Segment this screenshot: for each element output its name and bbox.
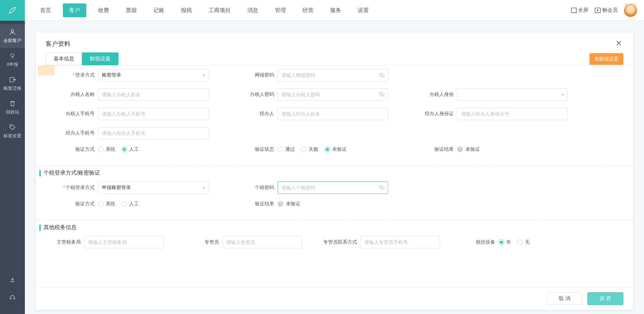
label-verify-method-1: 验证方式 xyxy=(39,146,98,153)
nav-service[interactable]: 服务 xyxy=(322,0,349,21)
sidebar-item-label: 账套迁移 xyxy=(3,86,21,91)
radio-verify-status: 通过 失败 未验证 xyxy=(278,146,347,153)
label-verify-status: 验证状态 xyxy=(219,146,278,153)
select-login-method[interactable]: 账密登录 ▾ xyxy=(98,69,209,81)
sidebar-support[interactable] xyxy=(0,290,25,307)
nav-tax[interactable]: 报税 xyxy=(173,0,200,21)
svg-point-2 xyxy=(11,30,13,32)
eye-off-icon[interactable] xyxy=(376,184,388,192)
migrate-icon xyxy=(9,76,16,84)
label-verify-result-2: 验证结果 xyxy=(219,201,278,207)
input-net-password[interactable] xyxy=(278,69,376,81)
input-tax-password[interactable] xyxy=(278,89,376,100)
save-button[interactable]: 保 存 xyxy=(587,292,623,305)
label-tax-device: 税控设备 xyxy=(454,239,499,245)
nav-tickets[interactable]: 票据 xyxy=(117,0,145,21)
topbar: 首页 客户 收费 票据 记账 报税 工商项目 消息 管理 经营 服务 设置 全屏… xyxy=(0,0,644,21)
select-value: 账密登录 xyxy=(102,72,121,78)
sidebar-item-tags[interactable]: 标签设置 xyxy=(0,119,25,143)
field-tax-bureau: 主管税务局 xyxy=(39,236,177,248)
eye-off-icon[interactable] xyxy=(376,72,388,79)
label-verify-method-2: 验证方式 xyxy=(39,201,98,207)
select-itax-login[interactable]: 申报账密登录 ▾ xyxy=(98,181,209,194)
section-itax: 个税登录方式/账密验证 *个税登录方式 申报账密登录 ▾ 个税密码 xyxy=(36,166,633,220)
radio-pass[interactable]: 通过 xyxy=(278,146,295,153)
sidebar-item-zero-declare[interactable]: 0申报 xyxy=(0,48,25,72)
dialog-title: 客户资料 xyxy=(46,40,614,48)
mascot-avatar[interactable] xyxy=(624,4,637,17)
row-highlight xyxy=(38,66,55,75)
info-icon[interactable]: ? xyxy=(457,147,463,152)
radio-has-device[interactable]: 有 xyxy=(499,239,511,245)
radio-fail[interactable]: 失败 xyxy=(301,146,318,153)
nav-booking[interactable]: 记账 xyxy=(145,0,173,21)
sidebar-item-migrate[interactable]: 账套迁移 xyxy=(0,72,25,96)
section-login: *登录方式 账密登录 ▾ 网报密码 xyxy=(36,66,633,166)
input-tax-bureau[interactable] xyxy=(84,236,164,248)
radio-manual-2[interactable]: 人工 xyxy=(122,201,139,207)
section-title-other: 其他税务信息 xyxy=(39,224,629,231)
sidebar-item-trash[interactable]: 回收站 xyxy=(0,96,25,119)
tab-tax-settings[interactable]: 财税设置 xyxy=(82,52,118,65)
input-tax-phone[interactable] xyxy=(98,108,209,120)
input-handler-phone[interactable] xyxy=(98,127,209,139)
input-handler-id[interactable] xyxy=(457,108,568,120)
nav-msg[interactable]: 消息 xyxy=(239,0,267,21)
nav-charge[interactable]: 收费 xyxy=(90,0,117,21)
label-admin-contact: 专管员联系方式 xyxy=(316,239,361,245)
fullscreen-button[interactable]: 全屏 xyxy=(571,7,588,13)
radio-unverified[interactable]: 未验证 xyxy=(325,146,347,153)
field-handler-phone: 经办人手机号 xyxy=(39,127,219,139)
label-tax-password: 办税人密码 xyxy=(219,91,278,98)
input-admin-contact[interactable] xyxy=(361,236,440,248)
sidebar-item-all-customers[interactable]: 全部客户 xyxy=(0,24,25,48)
label-tax-bureau: 主管税务局 xyxy=(39,239,84,245)
radio-system-2[interactable]: 系统 xyxy=(98,201,115,207)
download-icon xyxy=(9,276,16,284)
nav-customer[interactable]: 客户 xyxy=(63,3,86,17)
info-icon[interactable]: ? xyxy=(278,201,283,207)
input-tax-name[interactable] xyxy=(98,88,209,101)
sidebar-item-label: 0申报 xyxy=(7,62,18,67)
nav-settings[interactable]: 设置 xyxy=(349,0,377,21)
label-tax-identity: 办税人身份 xyxy=(398,91,457,98)
field-tax-device: 税控设备 有 无 xyxy=(454,236,592,248)
nav-operate[interactable]: 经营 xyxy=(294,0,322,21)
field-tax-name: 办税人名称 xyxy=(39,88,219,101)
member-button[interactable]: 畅会员 xyxy=(595,7,618,13)
input-handler[interactable] xyxy=(278,108,388,120)
close-icon xyxy=(616,40,622,46)
radio-no-device[interactable]: 无 xyxy=(517,239,530,245)
svg-point-3 xyxy=(11,54,14,57)
nav-mgmt[interactable]: 管理 xyxy=(267,0,294,21)
label-tax-name: 办税人名称 xyxy=(39,91,98,98)
sidebar-download[interactable] xyxy=(0,272,25,290)
cancel-button[interactable]: 取 消 xyxy=(547,292,583,305)
radio-manual[interactable]: 人工 xyxy=(122,146,139,153)
input-itax-password[interactable] xyxy=(278,182,376,194)
input-wrap-itax-password xyxy=(278,181,388,194)
topnav: 首页 客户 收费 票据 记账 报税 工商项目 消息 管理 经营 服务 设置 xyxy=(25,0,571,21)
eye-off-icon[interactable] xyxy=(376,91,388,98)
boss-settings-button[interactable]: 老板端设置 xyxy=(589,53,623,65)
radio-verify-method-1: 系统 人工 xyxy=(98,146,139,153)
nav-home[interactable]: 首页 xyxy=(32,0,59,21)
input-admin[interactable] xyxy=(222,236,302,248)
input-wrap-tax-password xyxy=(278,88,388,101)
radio-system[interactable]: 系统 xyxy=(98,146,115,153)
field-login-method: *登录方式 账密登录 ▾ xyxy=(39,69,219,81)
chevron-down-icon: ▾ xyxy=(203,73,205,78)
nav-biz-project[interactable]: 工商项目 xyxy=(200,0,239,21)
tab-basic-info[interactable]: 基本信息 xyxy=(46,52,82,65)
fullscreen-label: 全屏 xyxy=(578,7,588,13)
fullscreen-icon xyxy=(571,8,577,13)
logo[interactable] xyxy=(0,0,25,21)
field-verify-method-1: 验证方式 系统 人工 xyxy=(39,146,219,153)
field-admin: 专管员 xyxy=(177,236,316,248)
chevron-down-icon: ▾ xyxy=(203,185,205,190)
close-button[interactable] xyxy=(614,39,623,48)
field-net-password: 网报密码 xyxy=(219,69,398,81)
dialog-body[interactable]: *登录方式 账密登录 ▾ 网报密码 xyxy=(36,65,633,287)
select-tax-identity[interactable]: ▾ xyxy=(457,88,568,101)
field-handler-id: 经办人身份证 xyxy=(398,108,578,120)
